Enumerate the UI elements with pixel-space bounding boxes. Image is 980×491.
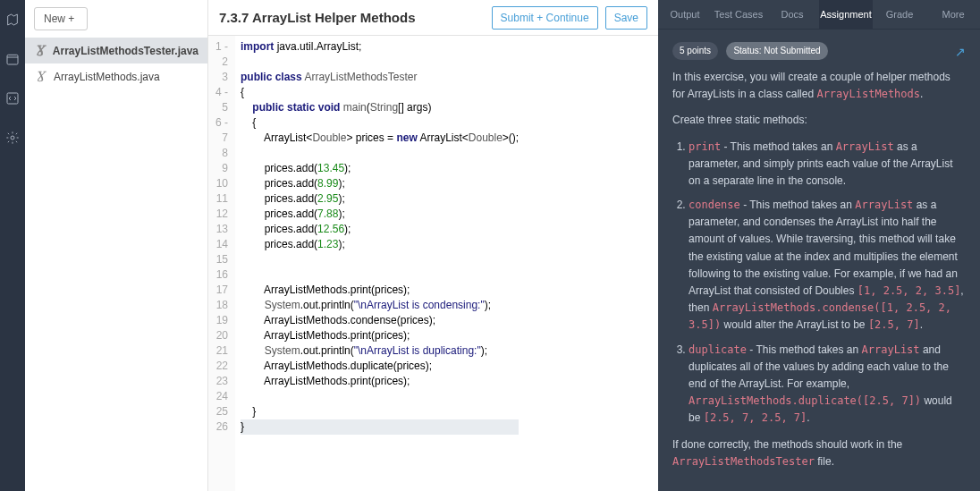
external-link-icon[interactable]: ↗ bbox=[955, 42, 966, 62]
tab-grade[interactable]: Grade bbox=[873, 0, 926, 29]
code-text[interactable]: import java.util.ArrayList; public class… bbox=[235, 36, 524, 491]
save-button[interactable]: Save bbox=[605, 6, 647, 30]
svg-point-2 bbox=[11, 136, 14, 140]
editor-panel: 7.3.7 ArrayList Helper Methods Submit + … bbox=[208, 0, 658, 491]
gear-icon[interactable] bbox=[2, 127, 23, 152]
assignment-panel: OutputTest CasesDocsAssignmentGradeMore … bbox=[658, 0, 980, 491]
line-gutter: 1 -2 3 4 -5 6 -7 8 9 10 11 12 13 14 15 1… bbox=[208, 36, 235, 491]
file-list: ƔArrayListMethodsTester.javaƔArrayListMe… bbox=[25, 38, 207, 89]
intro-text: In this exercise, you will create a coup… bbox=[672, 69, 966, 103]
method-item: duplicate - This method takes an ArrayLi… bbox=[689, 342, 966, 428]
new-file-button[interactable]: New + bbox=[34, 7, 88, 30]
left-rail bbox=[0, 0, 25, 491]
java-icon: Ɣ bbox=[34, 69, 46, 84]
method-item: print - This method takes an ArrayList a… bbox=[689, 139, 966, 190]
status-pill: Status: Not Submitted bbox=[726, 42, 827, 60]
java-icon: Ɣ bbox=[34, 43, 46, 58]
tab-test-cases[interactable]: Test Cases bbox=[712, 0, 765, 29]
assignment-content: 5 points Status: Not Submitted ↗ In this… bbox=[658, 30, 980, 491]
file-panel: New + ƔArrayListMethodsTester.javaƔArray… bbox=[25, 0, 208, 491]
tab-more[interactable]: More bbox=[926, 0, 980, 29]
file-item[interactable]: ƔArrayListMethods.java bbox=[25, 63, 207, 89]
file-name: ArrayListMethods.java bbox=[54, 71, 160, 83]
editor-header: 7.3.7 ArrayList Helper Methods Submit + … bbox=[208, 0, 658, 36]
tab-output[interactable]: Output bbox=[658, 0, 712, 29]
submit-continue-button[interactable]: Submit + Continue bbox=[492, 6, 598, 30]
outro-text: If done correctly, the methods should wo… bbox=[672, 436, 966, 470]
svg-rect-0 bbox=[7, 55, 18, 64]
code-icon[interactable] bbox=[2, 88, 23, 113]
file-name: ArrayListMethodsTester.java bbox=[53, 45, 199, 57]
create-heading: Create three static methods: bbox=[672, 112, 966, 129]
tab-assignment[interactable]: Assignment bbox=[819, 0, 873, 29]
file-item[interactable]: ƔArrayListMethodsTester.java bbox=[25, 38, 207, 63]
code-editor[interactable]: 1 -2 3 4 -5 6 -7 8 9 10 11 12 13 14 15 1… bbox=[208, 36, 658, 491]
exercise-title: 7.3.7 ArrayList Helper Methods bbox=[219, 10, 485, 25]
calendar-icon[interactable] bbox=[2, 48, 23, 73]
methods-list: print - This method takes an ArrayList a… bbox=[689, 139, 966, 428]
points-pill: 5 points bbox=[672, 42, 718, 60]
method-item: condense - This method takes an ArrayLis… bbox=[689, 197, 966, 334]
tab-docs[interactable]: Docs bbox=[765, 0, 819, 29]
nav-icon[interactable] bbox=[2, 9, 23, 34]
panel-tabs: OutputTest CasesDocsAssignmentGradeMore bbox=[658, 0, 980, 30]
